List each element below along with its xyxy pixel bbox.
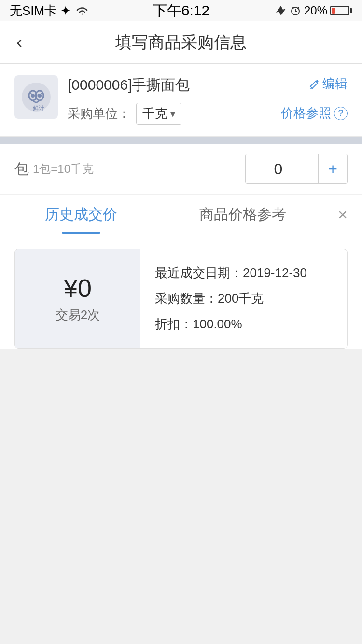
nav-bar: ‹ 填写商品采购信息 [0,21,362,64]
svg-point-8 [31,94,35,98]
purchase-qty-label: 采购数量： [155,291,218,306]
unit-name: 包 [14,159,29,179]
svg-point-9 [38,94,42,98]
back-icon: ‹ [16,32,22,53]
wifi-icon [75,5,89,16]
tab-active-underline [62,232,100,234]
discount-value: 100.00% [193,317,242,331]
status-bar: 无SIM卡 ✦ 下午6:12 20% [0,0,362,21]
history-trades-count: 交易2次 [56,307,100,323]
alarm-icon [290,5,301,16]
edit-icon [309,79,320,89]
battery-percent: 20% [304,4,327,17]
price-ref-label: 价格参照 [281,105,331,122]
svg-text:鲜计: 鲜计 [33,105,44,112]
product-card: 鲜计 [0000006]手撕面包 采购单位： 千克 ▾ [0,64,362,137]
recent-date-label: 最近成交日期： [155,266,243,280]
location-icon [275,5,287,16]
battery-icon [330,6,352,15]
product-info: [0000006]手撕面包 采购单位： 千克 ▾ [68,75,281,125]
price-ref-button[interactable]: 价格参照 ? [281,105,348,122]
history-card: ¥0 交易2次 最近成交日期：2019-12-30 采购数量：200千克 折扣：… [14,249,348,349]
tab-history-price[interactable]: 历史成交价 [0,195,162,234]
purchase-unit-label: 采购单位： [68,105,130,122]
product-thumbnail: 鲜计 [14,75,58,119]
close-icon: × [338,205,348,224]
status-time: 下午6:12 [153,1,209,21]
tab-close-button[interactable]: × [323,195,362,234]
tabs-container: 历史成交价 商品价格参考 × ¥0 交易2次 最近成交日期：2019-12-30… [0,195,362,349]
purchase-qty-row: 采购数量：200千克 [155,289,333,308]
page-title: 填写商品采购信息 [115,31,247,54]
product-name: [0000006]手撕面包 [68,75,281,95]
unit-value: 千克 [142,105,167,122]
main-content [0,363,362,644]
quantity-input[interactable] [246,154,318,183]
recent-date-value: 2019-12-30 [243,266,307,280]
dropdown-icon: ▾ [170,108,175,120]
discount-row: 折扣：100.00% [155,315,333,334]
tab-price-ref[interactable]: 商品价格参考 [162,195,323,234]
unit-select[interactable]: 千克 ▾ [136,103,181,125]
edit-button[interactable]: 编辑 [309,75,348,92]
tabs-header: 历史成交价 商品价格参考 × [0,195,362,234]
quantity-row: 包 1包=10千克 + [0,144,362,194]
purchase-qty-value: 200千克 [218,291,264,306]
product-right: 编辑 价格参照 ? [281,75,348,122]
help-icon: ? [334,107,348,120]
history-details-panel: 最近成交日期：2019-12-30 采购数量：200千克 折扣：100.00% [140,249,347,348]
plus-icon: + [328,160,337,178]
unit-desc: 1包=10千克 [33,161,94,177]
edit-label: 编辑 [322,75,348,92]
history-price-panel: ¥0 交易2次 [15,249,140,348]
tab-price-ref-label: 商品价格参考 [199,205,286,224]
discount-label: 折扣： [155,317,193,331]
status-carrier: 无SIM卡 ✦ [10,2,89,19]
product-logo: 鲜计 [19,80,53,114]
carrier-text: 无SIM卡 ✦ [10,2,71,19]
quantity-plus-button[interactable]: + [318,154,347,183]
stripe-divider [0,137,362,144]
tab-history-label: 历史成交价 [45,205,117,224]
quantity-control[interactable]: + [245,154,348,184]
unit-label: 包 1包=10千克 [14,159,94,179]
history-price-value: ¥0 [64,274,92,303]
back-button[interactable]: ‹ [0,21,39,64]
recent-date-row: 最近成交日期：2019-12-30 [155,264,333,282]
status-right-icons: 20% [275,4,352,17]
